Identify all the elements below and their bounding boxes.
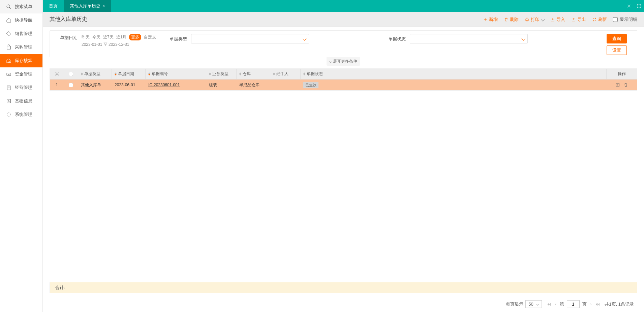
column-type[interactable]: 单据类型	[78, 69, 112, 79]
gear-icon	[55, 72, 59, 76]
pagination: 每页显示 50 ⏮ ‹ 第 页 › ⏭ 共1页, 1条记录	[506, 300, 634, 308]
sidebar-item-quicknav[interactable]: 快捷导航	[0, 13, 42, 27]
sidebar-item-label: 搜索菜单	[15, 4, 32, 10]
import-button[interactable]: 导入	[550, 17, 565, 23]
sidebar-item-funds[interactable]: 资金管理	[0, 67, 42, 81]
summary-row: 合计:	[50, 282, 637, 293]
svg-point-0	[7, 5, 10, 8]
shortcut-1month[interactable]: 近1月	[116, 34, 127, 40]
add-button[interactable]: 新增	[483, 17, 498, 23]
column-biz[interactable]: 业务类型	[206, 69, 237, 79]
svg-rect-17	[526, 19, 528, 21]
column-warehouse[interactable]: 仓库	[237, 69, 270, 79]
show-detail-toggle[interactable]: 显示明细	[613, 17, 637, 23]
doc-no-link[interactable]: IC-20230601-001	[148, 83, 180, 87]
tab-inbound-history[interactable]: 其他入库单历史 ×	[64, 0, 111, 12]
first-page-button[interactable]: ⏮	[546, 301, 552, 307]
doc-status-select[interactable]	[410, 34, 528, 43]
prev-page-button[interactable]: ‹	[554, 301, 557, 307]
shortcut-today[interactable]: 今天	[92, 34, 100, 40]
money-icon	[6, 71, 11, 77]
filter-date-label: 单据日期	[60, 34, 78, 41]
cell-type: 其他入库单	[78, 80, 112, 90]
sidebar-item-sales[interactable]: 销售管理	[0, 27, 42, 40]
next-page-button[interactable]: ›	[589, 301, 592, 307]
settings-button[interactable]: 设置	[607, 45, 627, 55]
status-badge: 已生效	[303, 82, 318, 88]
close-icon[interactable]: ×	[102, 4, 105, 8]
page-input[interactable]	[567, 300, 580, 308]
view-icon[interactable]	[615, 83, 620, 87]
chevron-down-icon	[329, 60, 332, 63]
cell-date: 2023-06-01	[112, 80, 146, 90]
shortcut-custom[interactable]: 自定义	[144, 34, 156, 40]
svg-rect-18	[526, 18, 528, 19]
bag-icon	[6, 44, 11, 50]
delete-icon[interactable]	[623, 83, 628, 87]
sidebar-item-label: 采购管理	[15, 44, 32, 50]
sidebar-item-label: 库存核算	[15, 58, 32, 64]
column-handler[interactable]: 经手人	[270, 69, 301, 79]
sidebar-item-label: 系统管理	[15, 112, 32, 118]
print-button[interactable]: 打印	[525, 17, 544, 23]
chevron-down-icon	[521, 37, 525, 40]
trash-icon	[504, 17, 509, 22]
select-all-checkbox[interactable]	[69, 72, 73, 76]
shortcut-7days[interactable]: 近7天	[103, 34, 114, 40]
shortcut-more[interactable]: 更多	[129, 34, 141, 40]
page-size-select[interactable]: 50	[525, 300, 542, 308]
delete-button[interactable]: 删除	[504, 17, 519, 23]
select-all[interactable]	[64, 69, 78, 79]
warehouse-icon	[6, 58, 11, 63]
search-icon	[6, 4, 11, 9]
fullscreen-button[interactable]	[634, 0, 644, 12]
row-checkbox[interactable]	[69, 83, 73, 87]
close-all-button[interactable]	[624, 0, 634, 12]
sidebar-item-basic[interactable]: 基础信息	[0, 94, 42, 108]
pagination-total: 共1页, 1条记录	[605, 301, 634, 307]
refresh-button[interactable]: 刷新	[592, 17, 607, 23]
gear-icon	[6, 112, 11, 117]
table-row[interactable]: 1 其他入库单 2023-06-01 IC-20230601-001 组装 半成…	[50, 80, 637, 90]
tab-home[interactable]: 首页	[43, 0, 64, 12]
clipboard-icon	[6, 85, 11, 90]
tag-icon	[6, 31, 11, 36]
filter-doctype-label: 单据类型	[170, 35, 187, 42]
column-no[interactable]: 单据编号	[146, 69, 206, 79]
show-detail-checkbox[interactable]	[613, 17, 618, 22]
row-select[interactable]	[64, 80, 78, 90]
expand-conditions-button[interactable]: 展开更多条件	[327, 57, 360, 66]
sidebar-item-inventory[interactable]: 库存核算	[0, 54, 42, 67]
export-button[interactable]: 导出	[571, 17, 586, 23]
print-icon	[525, 17, 529, 22]
svg-line-1	[9, 7, 11, 9]
checkbox-label: 显示明细	[620, 17, 637, 23]
sidebar-item-search[interactable]: 搜索菜单	[0, 0, 42, 13]
shortcut-yesterday[interactable]: 昨天	[82, 34, 90, 40]
sidebar-item-system[interactable]: 系统管理	[0, 108, 42, 121]
column-date[interactable]: 单据日期	[112, 69, 146, 79]
doc-type-select[interactable]	[191, 34, 309, 43]
refresh-icon	[592, 17, 597, 22]
chevron-down-icon	[303, 37, 307, 40]
page-size-value: 50	[528, 302, 533, 307]
import-icon	[550, 17, 555, 22]
sidebar-item-business[interactable]: 经营管理	[0, 81, 42, 94]
svg-rect-9	[7, 99, 11, 103]
query-button[interactable]: 查询	[607, 34, 627, 43]
cell-status: 已生效	[301, 80, 607, 90]
tab-label: 其他入库单历史	[70, 3, 100, 9]
cell-handler	[270, 80, 301, 90]
column-status[interactable]: 单据状态	[301, 69, 607, 79]
date-to: 2023-12-31	[109, 42, 129, 47]
column-settings[interactable]	[50, 69, 64, 79]
sidebar-item-label: 快捷导航	[15, 17, 32, 23]
header-actions: 新增 删除 打印 导入 导出	[483, 17, 637, 23]
svg-point-5	[8, 74, 9, 75]
action-label: 打印	[531, 17, 540, 23]
x-icon	[626, 4, 631, 8]
filter-date: 单据日期 昨天 今天 近7天 近1月 更多 自定义 2023	[60, 34, 156, 48]
sidebar-item-purchase[interactable]: 采购管理	[0, 40, 42, 54]
info-icon	[6, 98, 11, 104]
last-page-button[interactable]: ⏭	[595, 301, 601, 307]
